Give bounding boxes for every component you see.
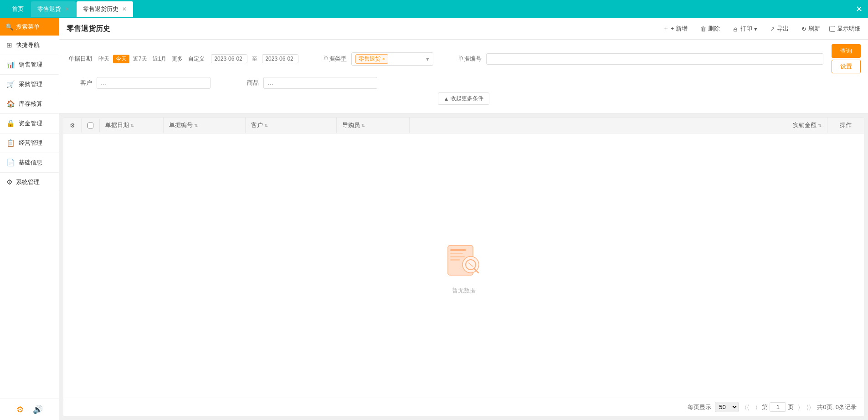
set-button[interactable]: 设置 <box>832 60 861 73</box>
th-guide-sort-icon: ⇅ <box>361 123 365 128</box>
empty-text: 暂无数据 <box>452 287 476 295</box>
main-layout: 🔍 搜索菜单 ⊞ 快捷导航 📊 销售管理 🛒 采购管理 🏠 库存核算 🔒 资金管… <box>0 18 868 420</box>
sidebar-label-finance: 资金管理 <box>19 119 42 128</box>
type-filter-select[interactable]: 零售退货 × ▾ <box>351 52 433 66</box>
search-menu[interactable]: 🔍 搜索菜单 <box>0 18 59 36</box>
settings-gear-icon[interactable]: ⚙ <box>16 405 24 415</box>
svg-rect-3 <box>450 256 465 257</box>
th-date[interactable]: 单据日期 ⇅ <box>100 118 164 133</box>
export-icon: ↗ <box>770 26 775 32</box>
type-filter-label: 单据类型 <box>321 55 347 63</box>
empty-illustration <box>441 236 487 282</box>
number-filter-input[interactable] <box>486 53 823 65</box>
customer-filter-input[interactable]: ... <box>97 77 211 89</box>
sidebar-item-quick-nav[interactable]: ⊞ 快捷导航 <box>0 36 59 55</box>
th-number-sort-icon: ⇅ <box>194 123 198 128</box>
add-label: + 新增 <box>671 25 688 33</box>
page-header: 零售退货历史 ＋ + 新增 🗑 删除 🖨 打印 ▾ ↗ 导出 <box>59 18 868 40</box>
show-detail-checkbox[interactable] <box>829 26 835 32</box>
th-customer[interactable]: 客户 ⇅ <box>246 118 337 133</box>
filter-row-1: 单据日期 昨天 今天 近7天 近1月 更多 自定义 至 单据类型 零售退货 × <box>67 44 861 73</box>
collapse-label: 收起更多条件 <box>451 95 483 102</box>
print-button[interactable]: 🖨 打印 ▾ <box>729 23 761 35</box>
export-button[interactable]: ↗ 导出 <box>766 23 792 35</box>
th-customer-sort-icon: ⇅ <box>264 123 268 128</box>
th-guide-label: 导购员 <box>342 121 360 129</box>
date-btn-yesterday[interactable]: 昨天 <box>97 55 111 63</box>
add-button[interactable]: ＋ + 新增 <box>659 23 691 35</box>
select-all-checkbox[interactable] <box>87 123 93 128</box>
delete-button[interactable]: 🗑 删除 <box>697 23 724 35</box>
date-btn-7days[interactable]: 近7天 <box>131 55 149 63</box>
th-guide[interactable]: 导购员 ⇅ <box>337 118 410 133</box>
sidebar: 🔍 搜索菜单 ⊞ 快捷导航 📊 销售管理 🛒 采购管理 🏠 库存核算 🔒 资金管… <box>0 18 59 420</box>
filter-collapse-row: ▲ 收起更多条件 <box>67 92 861 105</box>
th-amount[interactable]: 实销金额 ⇅ <box>410 118 827 133</box>
tab-label-zero-return-history: 零售退货历史 <box>83 5 118 13</box>
sidebar-item-system[interactable]: ⚙ 系统管理 <box>0 173 59 192</box>
th-date-label: 单据日期 <box>105 121 129 129</box>
th-number[interactable]: 单据编号 ⇅ <box>164 118 246 133</box>
window-close-button[interactable]: ✕ <box>856 4 863 14</box>
date-range-separator: 至 <box>252 55 257 63</box>
date-from-input[interactable] <box>211 54 247 63</box>
sidebar-item-sales[interactable]: 📊 销售管理 <box>0 55 59 75</box>
date-btn-more[interactable]: 更多 <box>170 55 185 63</box>
th-amount-sort-icon: ⇅ <box>818 123 822 128</box>
page-number-input[interactable] <box>770 402 786 412</box>
delete-label: 删除 <box>708 25 720 33</box>
show-detail-label: 显示明细 <box>837 25 861 33</box>
page-last-button[interactable]: ⟩⟩ <box>804 403 813 412</box>
content-area: 零售退货历史 ＋ + 新增 🗑 删除 🖨 打印 ▾ ↗ 导出 <box>59 18 868 420</box>
date-btn-today[interactable]: 今天 <box>113 55 129 63</box>
type-filter-tag-value: 零售退货 <box>359 55 380 63</box>
type-filter-tag: 零售退货 × <box>355 54 388 64</box>
page-prev-button[interactable]: ⟨ <box>753 403 760 412</box>
top-bar: 首页 零售退货 ✕ 零售退货历史 ✕ ✕ <box>0 0 868 18</box>
page-title: 零售退货历史 <box>67 24 110 34</box>
finance-icon: 🔒 <box>6 119 15 128</box>
sidebar-label-operation: 经营管理 <box>19 139 42 147</box>
th-number-label: 单据编号 <box>169 121 193 129</box>
tab-list: 首页 零售退货 ✕ 零售退货历史 ✕ <box>5 1 856 17</box>
date-btn-1month[interactable]: 近1月 <box>151 55 169 63</box>
tab-zero-return[interactable]: 零售退货 ✕ <box>31 1 76 17</box>
purchase-icon: 🛒 <box>6 80 15 88</box>
print-icon: 🖨 <box>733 26 739 32</box>
table-area: ⚙ 单据日期 ⇅ 单据编号 ⇅ 客户 ⇅ 导购员 ⇅ <box>63 117 864 416</box>
refresh-button[interactable]: ↻ 刷新 <box>798 23 824 35</box>
tab-zero-return-history[interactable]: 零售退货历史 ✕ <box>77 1 133 17</box>
sidebar-item-finance[interactable]: 🔒 资金管理 <box>0 114 59 133</box>
query-button[interactable]: 查询 <box>832 44 861 58</box>
svg-rect-1 <box>450 249 466 251</box>
collapse-button[interactable]: ▲ 收起更多条件 <box>438 92 490 105</box>
goods-filter-input[interactable]: ... <box>263 77 377 89</box>
svg-rect-2 <box>450 253 463 254</box>
tab-close-zero-return[interactable]: ✕ <box>65 6 69 12</box>
tab-close-zero-return-history[interactable]: ✕ <box>122 6 127 12</box>
show-detail-checkbox-wrapper: 显示明细 <box>829 25 861 33</box>
date-range-buttons: 昨天 今天 近7天 近1月 更多 自定义 <box>97 55 206 63</box>
th-action: 操作 <box>827 118 864 133</box>
page-next-button[interactable]: ⟩ <box>796 403 802 412</box>
th-action-label: 操作 <box>840 121 852 129</box>
volume-icon[interactable]: 🔊 <box>33 405 43 415</box>
type-filter-tag-close[interactable]: × <box>382 56 385 61</box>
th-settings[interactable]: ⚙ <box>63 118 82 133</box>
per-page-select[interactable]: 50 100 200 <box>715 402 739 412</box>
page-total: 共0页, 0条记录 <box>817 403 857 411</box>
sidebar-item-inventory[interactable]: 🏠 库存核算 <box>0 94 59 114</box>
goods-filter-label: 商品 <box>233 79 259 87</box>
page-first-button[interactable]: ⟨⟨ <box>742 403 751 412</box>
th-checkbox[interactable] <box>82 119 100 132</box>
pagination: 每页显示 50 100 200 ⟨⟨ ⟨ 第 页 ⟩ ⟩⟩ 共0页, 0条记录 <box>63 398 864 416</box>
date-btn-custom[interactable]: 自定义 <box>186 55 206 63</box>
sidebar-item-operation[interactable]: 📋 经营管理 <box>0 133 59 153</box>
tab-home[interactable]: 首页 <box>5 2 30 16</box>
collapse-arrow-icon: ▲ <box>444 96 449 102</box>
refresh-label: 刷新 <box>808 25 820 33</box>
date-to-input[interactable] <box>262 54 298 63</box>
sidebar-label-quick-nav: 快捷导航 <box>16 41 40 49</box>
sidebar-item-basic-info[interactable]: 📄 基础信息 <box>0 153 59 173</box>
sidebar-item-purchase[interactable]: 🛒 采购管理 <box>0 75 59 94</box>
